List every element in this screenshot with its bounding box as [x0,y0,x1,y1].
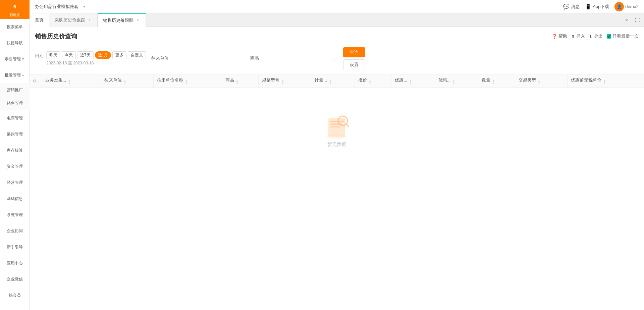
tab-sales-history-label: 销售历史价跟踪 [103,17,133,23]
sidebar-item-label: 资金管理 [7,164,23,169]
sort-icon: ▲▼ [185,80,187,85]
only-last-checkbox[interactable] [607,34,611,39]
date-btn-custom[interactable]: 自定义 [128,51,146,59]
counterpart-dots: ... [241,55,245,60]
user-profile-button[interactable]: 👤 demo2 [614,2,639,11]
only-last-toggle[interactable]: 只看最后一次 [607,33,639,39]
tab-home-label: 首页 [35,17,44,23]
page-actions: ❓ 帮助 ⬆ 导入 ⬇ 导出 只看最后一次 [552,33,639,39]
goods-dots: ... [331,55,335,60]
page-content: 销售历史价查询 ❓ 帮助 ⬆ 导入 ⬇ 导出 只看最后一次 [30,27,644,310]
counterpart-input[interactable] [171,55,238,62]
sort-icon: ▲▼ [124,80,126,85]
table-header-pre-tax-price[interactable]: 优惠前无税单价 ▲▼ [568,74,644,88]
sidebar-item-basic-info[interactable]: 基础信息 [0,191,30,207]
app-download-button[interactable]: 📱 App下载 [585,4,609,10]
table-header-settings[interactable]: ⚙ [30,74,42,88]
sidebar-item-label: 批发管理 [5,72,21,78]
sidebar-item-label: 企业微信 [7,276,23,282]
date-btn-more[interactable]: 更多 [112,51,126,59]
tab-home[interactable]: 首页 [30,13,49,27]
sidebar-item-new-guide[interactable]: 新手引导 [0,239,30,255]
table-header-quote[interactable]: 报价 ▲▼ [355,74,391,88]
table-header-discount2[interactable]: 优惠... ▲▼ [435,74,478,88]
sidebar-item-label: 系统管理 [7,212,23,218]
app-title-dropdown-icon[interactable]: ▼ [83,5,86,8]
sidebar-item-sales-mgmt[interactable]: 销售管理 [0,97,30,110]
sidebar-item-ops[interactable]: 经营管理 [0,174,30,191]
sidebar-item-retail-mgmt[interactable]: 零售管理 ▼ [0,51,30,67]
import-button[interactable]: ⬆ 导入 [571,33,585,39]
sidebar-item-members[interactable]: 畅会员 [0,287,30,303]
avatar-icon: 👤 [617,4,622,9]
date-btn-today[interactable]: 今天 [62,51,76,59]
export-button[interactable]: ⬇ 导出 [589,33,603,39]
main-area: 办公用品行业模拟账套 ▼ 💬 消息 📱 App下载 👤 demo2 首页 [30,0,644,310]
only-last-label: 只看最后一次 [612,33,639,39]
sidebar-item-ecommerce[interactable]: 电商管理 [0,110,30,126]
sidebar-item-label: 电商管理 [7,115,23,121]
empty-illustration [320,108,354,142]
tab-sales-history-close[interactable]: × [136,18,140,23]
sidebar-item-sys[interactable]: 系统管理 [0,207,30,223]
tabs-bar: 首页 采购历史价跟踪 × 销售历史价跟踪 × × ⛶ [30,13,644,27]
export-icon: ⬇ [589,34,593,39]
table-header-discount1[interactable]: 优惠... ▲▼ [391,74,435,88]
fullscreen-button[interactable]: ⛶ [633,16,641,24]
close-all-tabs-button[interactable]: × [623,16,631,24]
sidebar-item-app-center[interactable]: 应用中心 [0,255,30,271]
date-btn-last7[interactable]: 近7天 [77,51,94,59]
sidebar-item-marketing[interactable]: 营销推广 [0,83,30,97]
table-header-business-date[interactable]: 业务发生... ▲▼ [42,74,101,88]
date-btn-row: 昨天 今天 近7天 近1月 更多 自定义 [46,51,146,59]
header-right: 💬 消息 📱 App下载 👤 demo2 [563,2,639,11]
settings-icon[interactable]: ⚙ [33,79,37,84]
import-label: 导入 [576,33,585,39]
sidebar-item-wholesale-mgmt[interactable]: 批发管理 ▲ [0,67,30,83]
sidebar-item-label: 库存核算 [7,148,23,153]
sidebar-item-search-menu[interactable]: 搜索菜单 [0,19,30,35]
sidebar-item-inventory[interactable]: 库存核算 [0,142,30,158]
tab-purchase-history-close[interactable]: × [87,18,92,22]
table-header-spec[interactable]: 规格型号 ▲▼ [259,74,311,88]
query-button[interactable]: 查询 [343,47,365,57]
table-header-goods[interactable]: 商品 ▲▼ [222,74,259,88]
tab-sales-history[interactable]: 销售历史价跟踪 × [98,13,146,27]
message-button[interactable]: 💬 消息 [563,4,580,10]
tab-purchase-history[interactable]: 采购历史价跟踪 × [49,13,98,27]
table-header-counterpart[interactable]: 往来单位 ▲▼ [101,74,153,88]
app-title: 办公用品行业模拟账套 [35,4,78,10]
sidebar-item-label: 销售管理 [7,101,23,106]
table-header-trade-type[interactable]: 交易类型 ▲▼ [515,74,568,88]
import-icon: ⬆ [571,34,575,39]
sort-icon: ▲▼ [281,80,284,85]
goods-filter-group: 商品 ... [250,55,335,62]
svg-rect-6 [330,126,340,127]
settings-button[interactable]: 设置 [343,59,365,70]
user-name: demo2 [625,4,639,9]
chevron-up-icon: ▲ [21,73,24,77]
date-btn-yesterday[interactable]: 昨天 [46,51,60,59]
sidebar-item-label: 畅会员 [9,293,21,298]
sidebar-item-finance[interactable]: 资金管理 [0,158,30,174]
sort-icon: ▲▼ [68,80,71,85]
logo-text: 标橙版 [10,13,20,17]
help-button[interactable]: ❓ 帮助 [552,33,567,39]
sidebar-item-enterprise-wechat[interactable]: 企业微信 [0,271,30,287]
date-btn-last-month[interactable]: 近1月 [95,51,111,59]
sort-icon: ▲▼ [492,80,495,85]
app-logo[interactable]: 6 标橙版 [0,0,30,19]
table-header-counterpart-name[interactable]: 往来单位名称 ▲▼ [153,74,222,88]
page-title: 销售历史价查询 [35,32,77,40]
goods-input[interactable] [262,55,329,62]
table-header-quantity[interactable]: 数量 ▲▼ [478,74,515,88]
goods-label: 商品 [250,55,259,61]
sidebar-item-label: 经营管理 [7,180,23,186]
sidebar-item-quick-nav[interactable]: 快捷导航 [0,35,30,51]
sort-icon: ▲▼ [538,80,540,85]
sort-icon: ▲▼ [452,80,455,85]
sidebar-item-label: 快捷导航 [7,40,23,46]
sidebar-item-enterprise-collab[interactable]: 企业协同 [0,223,30,239]
sidebar-item-purchase[interactable]: 采购管理 [0,126,30,142]
table-header-unit[interactable]: 计量... ▲▼ [311,74,355,88]
